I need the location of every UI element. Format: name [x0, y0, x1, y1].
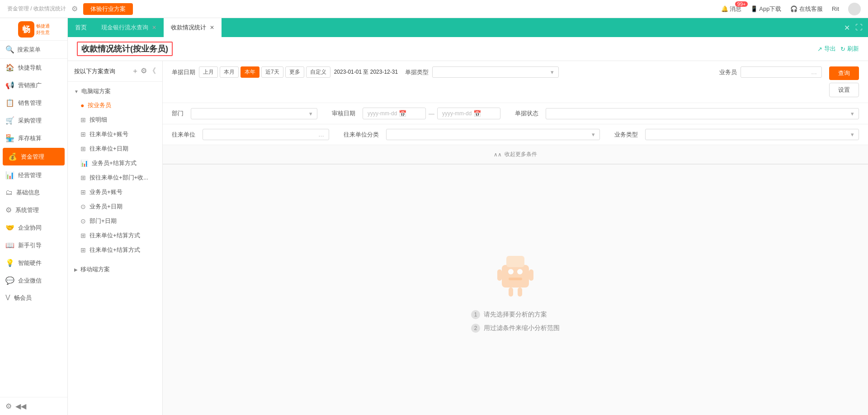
svg-rect-6 [497, 269, 502, 281]
sidebar-item-operation[interactable]: 📊 经营管理 [0, 166, 67, 184]
top-bar-left: 资金管理 / 收款情况统计 ⚙ 体验行业方案 [7, 3, 133, 15]
scheme-group-desktop-title[interactable]: ▼ 电脑端方案 [68, 85, 162, 98]
partner-account-icon: ⊞ [80, 131, 86, 138]
page-header-actions: ↗ 导出 ↻ 刷新 [817, 45, 859, 53]
collapse-bar[interactable]: ∧∧ 收起更多条件 [163, 145, 868, 164]
sidebar-item-search[interactable]: 🔍 搜索菜单 [0, 41, 67, 59]
partner-select[interactable]: … [203, 129, 329, 140]
online-service-btn[interactable]: 🎧 在线客服 [790, 5, 823, 13]
date-btn-thisyear[interactable]: 本年 [241, 66, 259, 78]
scheme-item-by-detail[interactable]: ⊞ 按明细 [68, 113, 162, 127]
logo-text: 畅捷通好生意 [36, 23, 50, 36]
tab-cashflow[interactable]: 现金银行流水查询 ✕ [94, 18, 164, 37]
sidebar-item-sales[interactable]: 📋 销售管理 [0, 94, 67, 112]
scheme-item-partner-settlement1[interactable]: ⊞ 往来单位+结算方式 [68, 228, 162, 243]
biztype-select[interactable]: ▾ [645, 129, 859, 140]
sidebar-item-finance[interactable]: 💰 资金管理 [3, 148, 65, 165]
tab-home[interactable]: 首页 [68, 18, 94, 37]
biztype-label: 业务类型 [614, 131, 638, 139]
collapse-sidebar-icon[interactable]: ◀◀ [15, 402, 26, 410]
scheme-header-icons: ＋ ⚙ 《 [132, 66, 156, 76]
sidebar-item-inventory[interactable]: 🏪 库存核算 [0, 129, 67, 147]
partner-cat-select[interactable]: ▾ [386, 129, 600, 140]
sidebar-item-guide[interactable]: 📖 新手引导 [0, 236, 67, 254]
app-download-btn[interactable]: 📱 App下载 [750, 5, 781, 13]
sidebar-item-wechat[interactable]: 💬 企业微信 [0, 272, 67, 289]
svg-rect-5 [509, 278, 522, 280]
calendar-start-icon[interactable]: 📅 [399, 110, 406, 117]
tab-maximize-icon[interactable]: ⛶ [855, 24, 863, 32]
partner-settlement2-icon: ⊞ [80, 246, 86, 254]
doctype-select[interactable]: ▾ [432, 66, 559, 78]
sidebar-item-marketing[interactable]: 📢 营销推广 [0, 76, 67, 94]
review-date-start-input[interactable]: yyyy-mm-dd 📅 [363, 108, 426, 119]
scheme-item-label: 按往来单位+部门+收... [90, 174, 148, 182]
tab-collection[interactable]: 收款情况统计 ✕ [164, 18, 222, 37]
refresh-icon: ↻ [840, 46, 845, 52]
scheme-item-salesperson-account[interactable]: ⊞ 业务员+账号 [68, 185, 162, 199]
date-label: 单据日期 [172, 68, 195, 76]
scheme-item-dept-date[interactable]: ⊙ 部门+日期 [68, 214, 162, 228]
date-btn-lastmonth[interactable]: 上月 [199, 66, 218, 78]
content-area: 首页 现金银行流水查询 ✕ 收款情况统计 ✕ ✕ ⛶ 收款情况统计(按业务员) … [68, 18, 868, 415]
sidebar: 畅 畅捷通好生意 🔍 搜索菜单 🏠 快捷导航 📢 营销推广 📋 销售管理 🛒 采… [0, 18, 68, 415]
settings-bottom-icon[interactable]: ⚙ [5, 402, 12, 410]
sidebar-logo: 畅 畅捷通好生意 [0, 18, 67, 41]
date-btn-thismonth[interactable]: 本月 [220, 66, 239, 78]
docstatus-select[interactable]: ▾ [546, 108, 859, 119]
scheme-item-partner-dept[interactable]: ⊞ 按往来单位+部门+收... [68, 170, 162, 185]
sidebar-item-quicknav[interactable]: 🏠 快捷导航 [0, 59, 67, 76]
scheme-group-mobile-title[interactable]: ▶ 移动端方案 [68, 263, 162, 276]
tip-num-1: 1 [471, 310, 480, 319]
review-date-end-input[interactable]: yyyy-mm-dd 📅 [437, 108, 500, 119]
settings-scheme-icon[interactable]: ⚙ [141, 66, 147, 76]
add-scheme-icon[interactable]: ＋ [132, 66, 139, 76]
messages-badge: 99+ [735, 1, 748, 7]
doctype-label: 单据类型 [405, 68, 429, 76]
scheme-item-partner-account[interactable]: ⊞ 往来单位+账号 [68, 127, 162, 141]
date-btn-custom[interactable]: 自定义 [306, 66, 330, 78]
calendar-end-icon[interactable]: 📅 [473, 110, 481, 117]
sidebar-item-enterprise[interactable]: 🤝 企业协同 [0, 219, 67, 236]
sidebar-item-purchase[interactable]: 🛒 采购管理 [0, 112, 67, 129]
sidebar-item-system[interactable]: ⚙ 系统管理 [0, 201, 67, 219]
query-btn[interactable]: 查询 [829, 66, 859, 80]
scheme-item-partner-settlement2[interactable]: ⊞ 往来单位+结算方式 [68, 243, 162, 257]
tab-collection-close[interactable]: ✕ [210, 24, 214, 31]
scheme-item-label: 业务员+结算方式 [92, 159, 137, 167]
export-btn[interactable]: ↗ 导出 [817, 45, 836, 53]
dept-select[interactable]: ▾ [191, 108, 317, 119]
top-bar: 资金管理 / 收款情况统计 ⚙ 体验行业方案 🔔 消息 99+ 📱 App下载 … [0, 0, 868, 18]
scheme-item-by-salesperson[interactable]: ● 按业务员 [68, 98, 162, 113]
operation-icon: 📊 [5, 171, 14, 179]
detail-icon: ⊞ [80, 116, 86, 123]
partner-dept-icon: ⊞ [80, 174, 86, 181]
sidebar-item-smarthw[interactable]: 💡 智能硬件 [0, 254, 67, 272]
sidebar-item-member[interactable]: V 畅会员 [0, 289, 67, 307]
refresh-btn[interactable]: ↻ 刷新 [840, 45, 859, 53]
tab-cashflow-close[interactable]: ✕ [152, 24, 156, 31]
date-btn-more[interactable]: 更多 [285, 66, 304, 78]
sidebar-item-basic[interactable]: 🗂 基础信息 [0, 184, 67, 201]
basic-icon: 🗂 [5, 189, 13, 197]
tab-close-all-icon[interactable]: ✕ [844, 24, 850, 32]
collapse-scheme-icon[interactable]: 《 [149, 66, 156, 76]
scheme-group-mobile: ▶ 移动端方案 [68, 260, 162, 279]
gear-icon[interactable]: ⚙ [71, 5, 78, 13]
collapse-up-icon: ∧∧ [494, 151, 502, 158]
salesperson-label: 业务员 [719, 68, 737, 76]
messages-btn[interactable]: 🔔 消息 99+ [721, 5, 742, 13]
enterprise-icon: 🤝 [5, 223, 14, 232]
date-btn-7days[interactable]: 近7天 [261, 66, 283, 78]
scheme-item-salesperson-date[interactable]: ⊙ 业务员+日期 [68, 199, 162, 214]
marketing-icon: 📢 [5, 81, 14, 90]
scheme-item-partner-date[interactable]: ⊞ 往来单位+日期 [68, 141, 162, 156]
trial-btn[interactable]: 体验行业方案 [83, 3, 133, 15]
avatar[interactable] [848, 3, 861, 15]
sidebar-item-label: 智能硬件 [18, 259, 42, 267]
user-text[interactable]: Rit [832, 5, 839, 12]
salesperson-select[interactable]: … [741, 66, 822, 78]
settings-btn[interactable]: 设置 [829, 83, 859, 97]
chevron-down-icon: ▾ [309, 110, 312, 117]
scheme-item-salesperson-settlement[interactable]: 📊 业务员+结算方式 [68, 156, 162, 170]
